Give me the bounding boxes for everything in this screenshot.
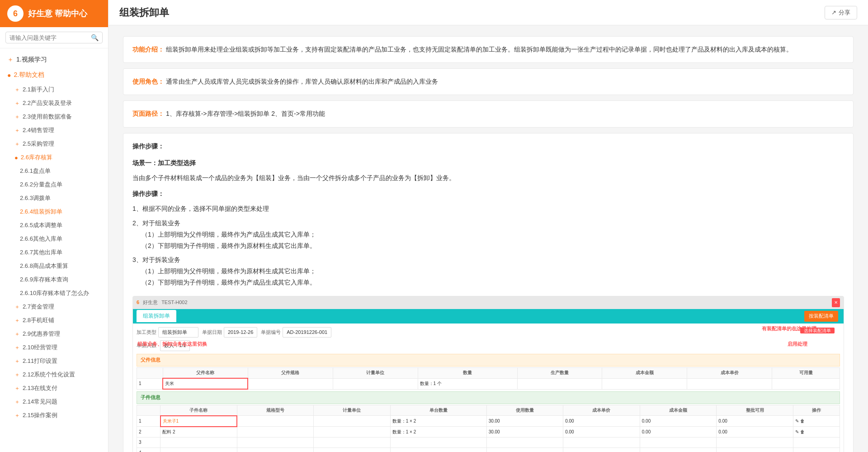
sidebar-item-stockQuery[interactable]: 2.6.9库存账本查询 [5, 273, 108, 286]
sidebar-item-costCalc[interactable]: 2.6.8商品成本重算 [5, 259, 108, 273]
sidebar-item-inventory[interactable]: ● 2.6库存核算 [0, 151, 108, 164]
annotation3: 启用处理 [788, 340, 807, 349]
role-card: 使用角色： 通常由生产人员或库管人员完成拆装业务的操作，库管人员确认原材料的出库… [123, 68, 854, 95]
share-button[interactable]: ↗ 分享 [825, 6, 857, 19]
screenshot-date-value: 2019-12-26 [224, 327, 257, 338]
search-box[interactable]: 🔍 [5, 32, 103, 43]
screenshot-close: ✕ [832, 298, 840, 307]
screenshot-table-lower-head: 子件名称 规格型号 计量单位 单台数量 使用数量 成本单价 成本金额 整批可用 … [137, 405, 840, 416]
sidebar-item-docs[interactable]: ● 2.帮助文档 ＋ 2.1新手入门 ＋ 2.2产品安装及登录 ＋ 2.3使用前… [0, 67, 108, 422]
sidebar-item-otherIn[interactable]: 2.6.6其他入库单 [5, 232, 108, 246]
sidebar-item-stockError[interactable]: 2.6.10库存账本错了怎么办 [5, 286, 108, 300]
table-row: 2 配料 2 数量：1 × 2 30.00 0.00 0.00 0.00 ✎ 🗑 [137, 427, 840, 438]
sidebar-search-area: 🔍 [0, 27, 108, 48]
scene1-section: 场景一：加工类型选择 当由多个子件材料组装成一个成品的业务为【组装】业务，当由一… [132, 157, 844, 289]
step1: 1、根据不同的业务，选择不同单据的类型来处理 [132, 203, 844, 214]
col-available: 可用量 [772, 368, 840, 379]
search-input[interactable] [9, 34, 91, 41]
path-body: 1、库存核算->库存管理->组装拆卸单 2、首页->常用功能 [166, 110, 325, 117]
screenshot-form-row1: 加工类型 组装拆卸单 单据日期 2019-12-26 单据编号 AD-20191… [137, 327, 840, 338]
scene1-desc: 当由多个子件材料组装成一个成品的业务为【组装】业务，当由一个父件拆分成多个子产品… [132, 172, 844, 184]
sidebar-item-adjust[interactable]: 2.6.3调拨单 [5, 191, 108, 205]
annotation1-arrow: → 选择装配清单 [792, 324, 835, 336]
sidebar-item-otherOut[interactable]: 2.6.7其他出库单 [5, 246, 108, 259]
table-header-row: 父件名称 父件规格 计量单位 数量 生产数量 成本金额 成本单价 可用量 [137, 368, 840, 379]
sidebar-group-header-docs[interactable]: ● 2.帮助文档 [0, 67, 108, 83]
screenshot-title-text: TEST-H002 [161, 298, 187, 307]
plus-icon-cases: ＋ [14, 412, 20, 419]
sidebar-group-header-video[interactable]: ＋ 1.视频学习 [0, 52, 108, 67]
sidebar-item-label: 2.12系统个性化设置 [23, 371, 75, 379]
sidebar-item-label: 2.2产品安装及登录 [23, 99, 72, 107]
sidebar-item-capital[interactable]: ＋ 2.7资金管理 [0, 300, 108, 314]
screenshot-form-date: 单据日期 2019-12-26 [202, 327, 257, 338]
screenshot-table-label2: 子件信息 [137, 391, 840, 404]
screenshot-container: 6 好生意 TEST-H002 ✕ 组装拆卸单 按装配清单 加工类型 [132, 296, 844, 452]
intro-label: 功能介绍： [132, 46, 164, 53]
sidebar-item-label: 2.4销售管理 [23, 126, 54, 134]
sidebar-item-ops[interactable]: ＋ 2.10经营管理 [0, 341, 108, 354]
sidebar-item-cases[interactable]: ＋ 2.15操作案例 [0, 409, 108, 422]
screenshot-btn-select: 选择装配清单 [800, 328, 835, 333]
screenshot-logo: 6 [137, 298, 139, 307]
col-qty: 数量 [418, 368, 517, 379]
screenshot-form-body: 加工类型 组装拆卸单 单据日期 2019-12-26 单据编号 AD-20191… [133, 324, 844, 452]
sidebar-item-mobile[interactable]: ＋ 2.8手机旺铺 [0, 314, 108, 327]
table-row: 子件名称 规格型号 计量单位 单台数量 使用数量 成本单价 成本金额 整批可用 … [137, 405, 840, 416]
table-row: 1 关米子1 数量：1 × 2 30.00 0.00 0.00 0.00 ✎ 🗑 [137, 416, 840, 427]
minus-icon-inventory: ● [14, 154, 18, 161]
step3-sub1: （1）上部明细为父件明细，最终作为原材料生成其它出库单； [132, 266, 844, 277]
sidebar-item-coupon[interactable]: ＋ 2.9优惠券管理 [0, 327, 108, 341]
app-title: 好生意 帮助中心 [28, 8, 87, 19]
step3-sub2: （2）下部明细为子件明细，最终作为产成品生成其它入库单。 [132, 277, 844, 288]
sidebar-item-purchase[interactable]: ＋ 2.5采购管理 [0, 137, 108, 151]
sidebar-item-system[interactable]: ＋ 2.12系统个性化设置 [0, 368, 108, 381]
sidebar-item-sales[interactable]: ＋ 2.4销售管理 [0, 124, 108, 137]
screenshot-tab-active: 组装拆卸单 [137, 310, 176, 323]
sidebar-item-stocktake[interactable]: 2.6.1盘点单 [5, 164, 108, 178]
share-label: 分享 [839, 9, 850, 17]
sidebar-item-label: 2.8手机旺铺 [23, 316, 54, 324]
plus-icon: ＋ [7, 56, 14, 64]
col-parent-spec: 父件规格 [248, 368, 333, 379]
sidebar-item-costadj[interactable]: 2.6.5成本调整单 [5, 219, 108, 232]
intro-card: 功能介绍： 组装拆卸单用来处理企业组装或拆卸等加工业务，支持有固定装配清单的产品… [123, 36, 854, 63]
sidebar-item-assembly[interactable]: 2.6.4组装拆卸单 [5, 205, 108, 219]
sidebar-item-video[interactable]: ＋ 1.视频学习 [0, 52, 108, 67]
path-card: 页面路径： 1、库存核算->库存管理->组装拆卸单 2、首页->常用功能 [123, 100, 854, 127]
sidebar-item-faq[interactable]: ＋ 2.14常见问题 [0, 395, 108, 409]
sidebar-item-install[interactable]: ＋ 2.2产品安装及登录 [0, 96, 108, 110]
sidebar-item-online[interactable]: ＋ 2.13在线支付 [0, 381, 108, 395]
sidebar-item-data[interactable]: ＋ 2.3使用前数据准备 [0, 110, 108, 124]
col-cost-unit: 成本单价 [687, 368, 772, 379]
col-unit: 计量单位 [333, 368, 418, 379]
share-icon: ↗ [831, 9, 836, 16]
sidebar-item-label: 2.15操作案例 [23, 411, 57, 419]
main-area: 组装拆卸单 ↗ 分享 功能介绍： 组装拆卸单用来处理企业组装或拆卸等加工业务，支… [108, 0, 868, 452]
path-label: 页面路径： [132, 110, 164, 117]
sidebar-item-label: 2.10经营管理 [23, 343, 57, 352]
sidebar-item-print[interactable]: ＋ 2.11打印设置 [0, 354, 108, 368]
col-cost-amt: 成本金额 [602, 368, 687, 379]
plus-icon-online: ＋ [14, 385, 20, 392]
sidebar-item-label: 2.1新手入门 [23, 86, 54, 94]
screenshot-table-body: 1 关米 数量：1 个 [137, 378, 840, 389]
step2-sub1: （1）上部明细为父件明细，最终作为产成品生成其它入库单； [132, 229, 844, 240]
screenshot-form-no: 单据编号 AD-20191226-001 [261, 327, 331, 338]
screenshot-type-select: 组装拆卸单 [158, 327, 198, 338]
app-logo: 6 [7, 5, 24, 22]
sidebar-header: 6 好生意 帮助中心 [0, 0, 108, 27]
col-prod-qty: 生产数量 [517, 368, 602, 379]
sidebar-item-newcomer[interactable]: ＋ 2.1新手入门 [0, 83, 108, 96]
scene1-heading: 场景一：加工类型选择 [132, 157, 844, 169]
table-row: 1 关米 数量：1 个 [137, 378, 840, 389]
role-body: 通常由生产人员或库管人员完成拆装业务的操作，库管人员确认原材料的出库和产成品的入… [166, 78, 438, 85]
plus-icon-ops: ＋ [14, 344, 20, 352]
sidebar-item-label-docs: 2.帮助文档 [14, 71, 44, 79]
sidebar-item-label: 2.9优惠券管理 [23, 330, 60, 338]
sidebar-item-partialtake[interactable]: 2.6.2分量盘点单 [5, 178, 108, 191]
intro-text: 功能介绍： 组装拆卸单用来处理企业组装或拆卸等加工业务，支持有固定装配清单的产品… [132, 44, 844, 55]
topbar: 组装拆卸单 ↗ 分享 [108, 0, 868, 25]
minus-icon: ● [7, 71, 11, 79]
plus-icon-coupon: ＋ [14, 330, 20, 338]
